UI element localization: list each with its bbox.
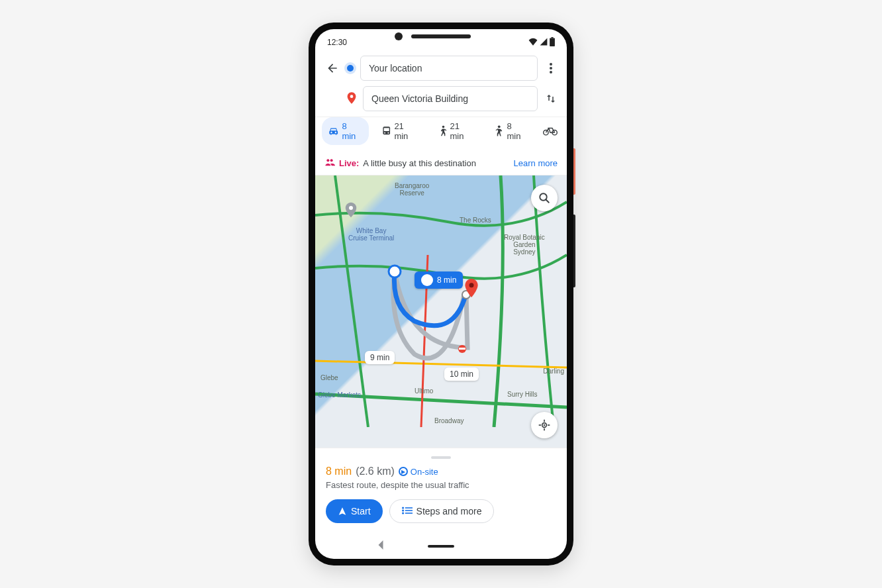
svg-rect-31	[405, 507, 412, 509]
android-nav-bar	[315, 534, 567, 559]
front-camera	[395, 32, 403, 40]
steps-label: Steps and more	[416, 506, 482, 516]
route-time: 8 min	[326, 466, 352, 477]
route-label-alt1[interactable]: 9 min	[365, 351, 395, 364]
map-poi-darling: Darling	[543, 368, 564, 375]
svg-rect-35	[405, 513, 412, 514]
svg-rect-1	[551, 37, 553, 38]
map-poi-white-bay: White BayCruise Terminal	[348, 227, 394, 242]
svg-line-23	[546, 199, 549, 203]
speaker-notch	[411, 34, 471, 38]
map-view[interactable]: BarangarooReserve White BayCruise Termin…	[315, 175, 567, 448]
onsite-badge: ▶ On-site	[399, 467, 438, 477]
svg-point-20	[349, 206, 353, 210]
nav-home-button[interactable]	[428, 545, 454, 548]
svg-point-14	[326, 159, 329, 162]
route-subtitle: Fastest route, despite the usual traffic	[326, 480, 556, 490]
map-poi-glebe-markets: Glebe Markets	[318, 391, 361, 399]
swap-button[interactable]	[544, 93, 558, 105]
svg-rect-0	[550, 38, 555, 46]
map-search-button[interactable]	[531, 185, 558, 211]
destination-input[interactable]: Queen Victoria Building	[363, 86, 538, 111]
svg-point-8	[384, 132, 385, 134]
svg-rect-19	[459, 348, 466, 350]
svg-point-9	[387, 132, 389, 134]
svg-point-10	[442, 126, 445, 128]
map-poi-barangaroo: BarangarooReserve	[395, 182, 429, 197]
svg-point-15	[330, 159, 333, 162]
power-button	[573, 148, 575, 195]
mode-drive-time: 8 min	[342, 121, 362, 141]
origin-input[interactable]: Your location	[360, 56, 538, 81]
map-poi-ultimo: Ultimo	[415, 387, 433, 395]
more-options-button[interactable]	[544, 63, 558, 74]
parking-icon: ▶	[399, 467, 408, 476]
route-distance: (2.6 km)	[356, 466, 395, 477]
svg-point-25	[544, 424, 546, 426]
mode-drive[interactable]: 8 min	[322, 117, 369, 145]
map-marker-grey	[345, 202, 357, 218]
svg-point-32	[402, 509, 404, 511]
destination-pin-icon	[347, 92, 356, 106]
destination-label: Queen Victoria Building	[371, 93, 468, 104]
status-time: 12:30	[327, 38, 347, 47]
svg-point-34	[402, 512, 404, 514]
mode-bike[interactable]	[540, 122, 560, 140]
svg-point-2	[550, 63, 552, 66]
phone-frame: 12:30 Your location	[309, 23, 573, 565]
route-label-main[interactable]: 8 min	[415, 271, 463, 289]
nav-back-button[interactable]	[377, 540, 385, 552]
mode-transit-time: 21 min	[394, 121, 419, 141]
learn-more-link[interactable]: Learn more	[514, 158, 558, 168]
wifi-icon	[528, 38, 538, 48]
navigate-icon	[338, 507, 347, 516]
svg-point-5	[350, 95, 354, 98]
route-sheet[interactable]: 8 min (2.6 km) ▶ On-site Fastest route, …	[315, 448, 567, 534]
svg-point-3	[550, 67, 552, 70]
mode-transit[interactable]: 21 min	[375, 117, 426, 145]
mode-rideshare-time: 8 min	[507, 121, 527, 141]
volume-button	[573, 215, 575, 287]
list-icon	[402, 506, 413, 516]
map-poi-glebe: Glebe	[320, 374, 338, 381]
map-poi-broadway: Broadway	[434, 417, 464, 424]
mode-walk-time: 21 min	[450, 121, 475, 141]
sheet-handle[interactable]	[431, 456, 451, 459]
travel-mode-tabs: 8 min 21 min 21 min 8 min	[315, 117, 567, 152]
battery-icon	[550, 37, 555, 48]
origin-dot-icon	[347, 65, 354, 72]
screen: 12:30 Your location	[315, 29, 567, 559]
live-status-bar: Live: A little busy at this destination …	[315, 152, 567, 175]
svg-point-11	[498, 125, 501, 128]
live-text: A little busy at this destination	[363, 158, 476, 168]
map-poi-botanic: Royal BotanicGardenSydney	[504, 234, 545, 256]
map-poi-surry-hills: Surry Hills	[507, 391, 538, 398]
mode-walk[interactable]: 21 min	[432, 117, 481, 145]
svg-rect-33	[405, 510, 412, 511]
svg-point-30	[402, 507, 404, 509]
destination-marker-icon	[464, 279, 479, 297]
svg-point-21	[469, 283, 474, 287]
map-poi-the-rocks: The Rocks	[460, 217, 491, 224]
people-icon	[324, 158, 335, 168]
steps-button[interactable]: Steps and more	[389, 499, 495, 523]
svg-point-4	[550, 71, 552, 74]
live-label: Live:	[339, 158, 359, 168]
svg-rect-7	[384, 128, 389, 131]
start-label: Start	[351, 506, 371, 516]
back-button[interactable]	[324, 62, 340, 75]
my-location-button[interactable]	[531, 412, 558, 438]
signal-icon	[540, 38, 548, 48]
directions-header: Your location Queen Victoria Building	[315, 52, 567, 117]
start-button[interactable]: Start	[326, 499, 383, 523]
mode-rideshare[interactable]: 8 min	[488, 117, 534, 145]
svg-point-16	[389, 266, 401, 277]
route-label-alt2[interactable]: 10 min	[444, 368, 479, 381]
origin-label: Your location	[369, 63, 422, 74]
